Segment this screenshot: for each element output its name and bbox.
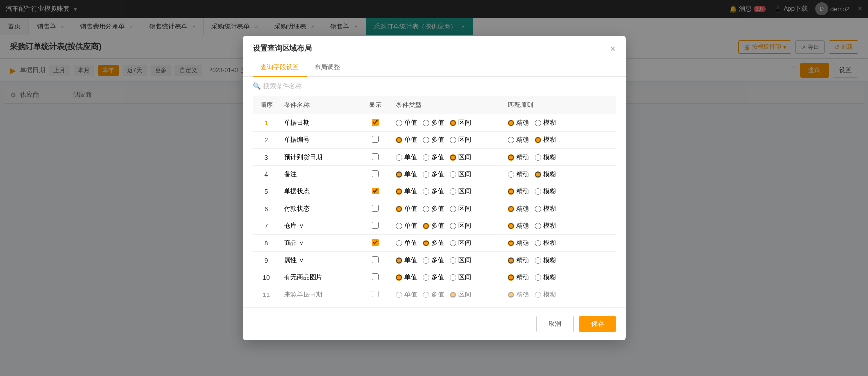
dialog-tab-layout[interactable]: 布局调整 — [307, 59, 348, 77]
th-order: 顺序 — [253, 96, 281, 108]
dialog-title: 设置查询区域布局 — [253, 44, 312, 53]
search-input[interactable] — [263, 82, 362, 90]
th-display: 显示 — [359, 96, 392, 108]
dialog-table-wrapper: 顺序 条件名称 显示 条件类型 匹配原则 1单据日期单值多值区间精确模糊2单据编… — [253, 96, 616, 108]
conditions-table: 顺序 条件名称 显示 条件类型 匹配原则 1单据日期单值多值区间精确模糊2单据编… — [253, 96, 616, 108]
table-header-row: 顺序 条件名称 显示 条件类型 匹配原则 — [253, 96, 616, 108]
settings-dialog: 设置查询区域布局 × 查询字段设置 布局调整 🔍 顺序 条件名称 — [243, 36, 626, 108]
search-icon: 🔍 — [253, 82, 261, 90]
th-name: 条件名称 — [280, 96, 358, 108]
th-match: 匹配原则 — [504, 96, 616, 108]
dialog-tab-query-fields-label: 查询字段设置 — [261, 63, 299, 71]
dialog-tabs: 查询字段设置 布局调整 — [243, 53, 626, 77]
dialog-tab-query-fields[interactable]: 查询字段设置 — [253, 59, 307, 77]
th-type: 条件类型 — [392, 96, 504, 108]
dialog-overlay: 设置查询区域布局 × 查询字段设置 布局调整 🔍 顺序 条件名称 — [0, 0, 868, 108]
dialog-header: 设置查询区域布局 × — [243, 36, 626, 53]
dialog-tab-layout-label: 布局调整 — [315, 63, 340, 71]
dialog-close-button[interactable]: × — [610, 44, 616, 53]
dialog-search-bar: 🔍 — [253, 82, 616, 94]
